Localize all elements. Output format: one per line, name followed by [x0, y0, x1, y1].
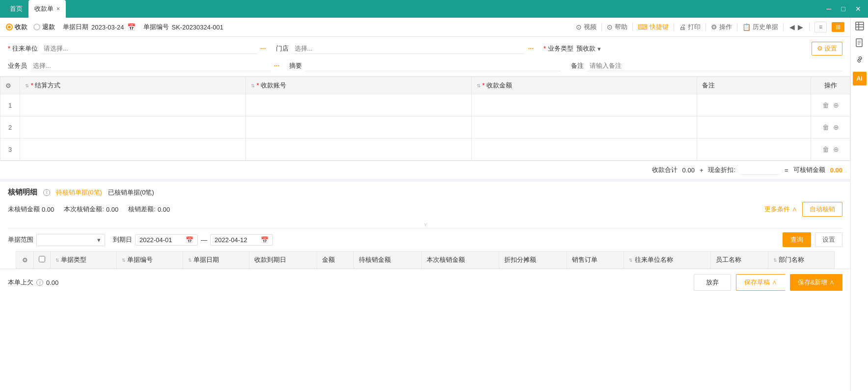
store-input[interactable] — [292, 43, 525, 54]
sidebar-ai-icon[interactable]: Ai — [853, 72, 867, 85]
draft-btn-group: 保存草稿 ∧ — [736, 274, 785, 291]
remark-cell-2[interactable] — [697, 116, 811, 139]
writeoff-pending-tab[interactable]: 待核销单据(0笔) — [56, 188, 102, 197]
toolbar-right: ⊙ 视频 ⊙ 帮助 ⌨ 快捷键 🖨 打印 — [576, 22, 844, 32]
copy-row-3-btn[interactable]: ⊕ — [833, 145, 839, 153]
prev-arrow[interactable]: ◀ — [788, 22, 796, 32]
staff-more-icon[interactable]: ··· — [274, 62, 280, 70]
help-action[interactable]: ⊙ 帮助 — [607, 23, 627, 31]
delete-row-1-btn[interactable]: 🗑 — [822, 101, 829, 109]
remark-cell-1[interactable] — [697, 94, 811, 116]
remark-cell-3[interactable] — [697, 139, 811, 161]
biz-type-select[interactable]: 预收款 ▾ — [576, 44, 601, 53]
copy-row-2-btn[interactable]: ⊕ — [833, 123, 839, 131]
table-settings-icon[interactable]: ⚙ — [5, 82, 11, 89]
doc-num-col-label: 单据编号 — [127, 256, 153, 263]
divider — [737, 23, 737, 31]
amount-cell-3[interactable] — [471, 139, 697, 161]
tab-home[interactable]: 首页 — [4, 0, 28, 18]
account-cell-3[interactable] — [245, 139, 471, 161]
more-conditions-btn[interactable]: 更多条件 ∧ — [764, 205, 797, 214]
staff-input[interactable] — [30, 60, 271, 71]
tab-receipt[interactable]: 收款单 × — [28, 0, 66, 18]
tab-close-icon[interactable]: × — [56, 5, 60, 12]
equals-sign: = — [785, 167, 788, 174]
shortcut-action[interactable]: ⌨ 快捷键 — [638, 23, 669, 31]
amount-col-header: ⇅ * 收款金额 — [471, 77, 697, 94]
sidebar-link-icon[interactable] — [855, 55, 864, 64]
list-view-btn[interactable]: ≡ — [814, 22, 827, 32]
radio-refund[interactable]: 退款 — [33, 23, 55, 31]
receipt-table: ⚙ ⇅ * 结算方式 ⇅ * 收款账号 ⇅ — [0, 77, 850, 161]
video-action[interactable]: ⊙ 视频 — [576, 23, 597, 31]
account-cell-2[interactable] — [245, 116, 471, 139]
draft-btn[interactable]: 保存草稿 ∧ — [736, 274, 785, 291]
check-all[interactable] — [39, 256, 45, 262]
date-to-input[interactable] — [215, 236, 259, 244]
auto-writeoff-btn[interactable]: 自动核销 — [802, 202, 842, 217]
help-icon: ⊙ — [607, 23, 613, 31]
counterpart-more-icon[interactable]: ··· — [260, 45, 266, 53]
sales-order-col: 销售订单 — [567, 251, 624, 269]
range-filter: 单据范围 ▾ — [8, 234, 105, 246]
discount-input[interactable] — [740, 165, 780, 175]
date-to-icon[interactable]: 📅 — [261, 236, 269, 244]
table-row: 3 🗑 ⊕ — [0, 139, 850, 161]
biz-type-label: 业务类型 — [543, 44, 573, 53]
win-close-btn[interactable]: ✕ — [852, 4, 864, 14]
settlement-cell-1[interactable] — [20, 94, 246, 116]
win-max-btn[interactable]: □ — [839, 4, 848, 14]
doc-num-value: SK-20230324-001 — [172, 24, 224, 31]
print-label: 打印 — [688, 23, 701, 31]
account-cell-1[interactable] — [245, 94, 471, 116]
query-btn[interactable]: 查询 — [783, 232, 811, 247]
radio-receive[interactable]: 收款 — [6, 23, 27, 31]
writeoff-info-icon[interactable]: i — [43, 189, 50, 196]
settlement-cell-3[interactable] — [20, 139, 246, 161]
win-min-btn[interactable]: ─ — [824, 4, 835, 14]
copy-row-1-btn[interactable]: ⊕ — [833, 101, 839, 109]
amount-cell-1[interactable] — [471, 94, 697, 116]
remark-col-header: 备注 — [697, 77, 811, 94]
calendar-icon[interactable]: 📅 — [127, 23, 136, 31]
video-label: 视频 — [584, 23, 597, 31]
prev-info-icon[interactable]: i — [36, 279, 43, 286]
print-action[interactable]: 🖨 打印 — [679, 23, 701, 31]
writeoff-done-tab[interactable]: 已核销单据(0笔) — [108, 188, 154, 197]
date-from-icon[interactable]: 📅 — [186, 236, 193, 244]
date-to-wrap: 📅 — [210, 234, 273, 246]
writeoff-settings-btn[interactable]: 设置 — [815, 232, 842, 247]
history-icon: 📋 — [742, 23, 751, 31]
discard-btn[interactable]: 放弃 — [694, 274, 731, 291]
settlement-cell-2[interactable] — [20, 116, 246, 139]
right-sidebar: Ai — [850, 18, 868, 391]
operation-icon: ⚙ — [711, 23, 717, 31]
net-label: 可核销金额 — [793, 166, 825, 174]
settings-button[interactable]: ⚙ 设置 — [812, 42, 842, 56]
counterpart-label: 往来单位 — [8, 44, 38, 53]
date-from-input[interactable] — [139, 236, 184, 244]
amount-cell-2[interactable] — [471, 116, 697, 139]
ops-cell-2: 🗑 ⊕ — [811, 116, 850, 139]
delete-row-2-btn[interactable]: 🗑 — [822, 123, 829, 131]
summary-input[interactable] — [305, 60, 561, 71]
sidebar-doc-icon[interactable] — [855, 38, 864, 47]
row-num-1: 1 — [0, 94, 20, 116]
next-arrow[interactable]: ▶ — [797, 22, 804, 32]
discount-label: 现金折扣: — [708, 166, 735, 174]
save-new-btn[interactable]: 保存&新增 ∧ — [790, 274, 842, 291]
range-select[interactable]: ▾ — [36, 234, 105, 246]
settings-label: 设置 — [824, 45, 837, 52]
table2-settings-icon[interactable]: ⚙ — [22, 256, 28, 264]
delete-row-3-btn[interactable]: 🗑 — [822, 145, 829, 153]
history-action[interactable]: 📋 历史单据 — [742, 23, 778, 31]
store-label: 门店 — [276, 44, 289, 53]
remark-input[interactable] — [587, 60, 842, 71]
sidebar-table-icon[interactable] — [855, 22, 864, 30]
grid-view-btn[interactable]: ⊞ — [832, 22, 844, 32]
counterpart-field: 往来单位 ··· — [8, 43, 266, 54]
operation-action[interactable]: ⚙ 操作 — [711, 23, 732, 31]
store-more-icon[interactable]: ··· — [528, 45, 534, 53]
unchecked-label: 未核销金额 — [8, 205, 40, 214]
counterpart-input[interactable] — [41, 43, 257, 54]
